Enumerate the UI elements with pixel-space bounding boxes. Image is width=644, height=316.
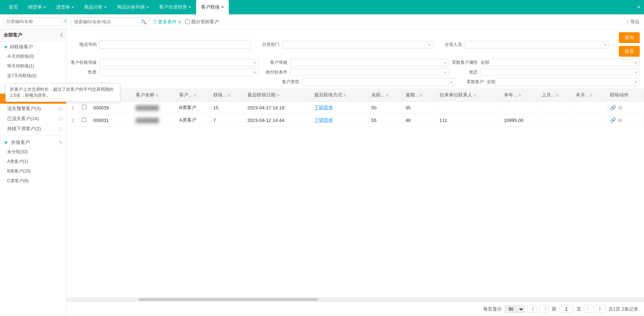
my-customers-checkbox[interactable]: 我分管的客户 <box>185 19 219 25</box>
nav-item-analysis[interactable]: 商品分析 × <box>79 0 112 14</box>
manager-dots[interactable]: ··· <box>609 42 616 47</box>
th-action: 联络动作 <box>607 89 644 102</box>
link-icon-2[interactable]: 🔗 <box>610 117 616 123</box>
row-1-checkbox[interactable] <box>82 105 87 109</box>
th-uncontacted: 未联... ⇅ <box>369 89 403 102</box>
sidebar-item-tomorrow[interactable]: 明天待联络(1) <box>0 61 66 71</box>
last-page-button[interactable]: 》 <box>596 305 606 313</box>
retail-customer-field: 零散客户 全部 ∨ <box>458 78 640 86</box>
sidebar-item-churn-warning[interactable]: 流失预警客户(3) ⓘ <box>0 104 66 114</box>
retail-customer-select[interactable]: ∨ <box>495 78 640 86</box>
sidebar-item-a-class[interactable]: A类客户(1) <box>0 157 66 166</box>
sort-this-year-icon[interactable]: ⇅ <box>518 93 521 97</box>
my-customers-check[interactable] <box>185 19 190 24</box>
price-level-arrow-icon: ∨ <box>254 61 256 65</box>
nav-item-sales[interactable]: 销货单 × <box>23 0 51 14</box>
customer-level-select[interactable]: ∨ <box>290 59 449 66</box>
sort-contact-person-icon[interactable]: ⇅ <box>473 93 476 97</box>
manager-arrow-icon: ∨ <box>604 43 607 47</box>
sort-last-month-icon[interactable]: ⇅ <box>556 93 559 97</box>
settings-button[interactable]: 设置 <box>619 46 640 57</box>
payment-select[interactable]: ∨ <box>290 69 449 76</box>
sidebar-item-7days[interactable]: 近7天待联络(0) <box>0 71 66 81</box>
sidebar-search-icon[interactable]: 🔍 <box>64 19 66 24</box>
nav-item-analysis-list[interactable]: 商品分析列表 × <box>112 0 154 14</box>
sort-uncontacted-icon[interactable]: ⇅ <box>386 93 389 97</box>
customer-level-field: 客户等级 ∨ <box>261 59 449 66</box>
nav-item-home[interactable]: 首页 <box>4 0 23 14</box>
table-header-row: ⚙ 客户编码 ⇅ 客户名称 <box>66 89 644 102</box>
row-level-1: B类客户 <box>177 102 211 114</box>
sidebar-item-declining[interactable]: 持续下滑客户(2) ⓘ <box>0 124 66 134</box>
horizontal-scrollbar[interactable] <box>66 297 644 302</box>
top-nav: 首页 销货单 × 进货单 × 商品分析 × 商品分析列表 × 客户分层经营 × … <box>0 0 644 14</box>
page-number-input[interactable] <box>559 306 574 313</box>
dept-arrow-icon: ∨ <box>428 43 431 47</box>
info-icon-2: ⓘ <box>59 116 62 122</box>
value-edit-icon[interactable]: ✎ <box>59 140 62 145</box>
query-button[interactable]: 查询 <box>619 32 640 43</box>
sort-this-month-icon[interactable]: ⇅ <box>590 93 593 97</box>
th-this-month: 本月... ⇅ <box>573 89 607 102</box>
search-input[interactable] <box>74 19 141 24</box>
th-contact-person: 往来单位联系人 ⇅ <box>437 89 501 102</box>
next-page-button[interactable]: 〉 <box>584 305 593 313</box>
row-level-2: A类客户 <box>177 114 211 127</box>
more-filters-label: 更多条件 <box>158 19 177 25</box>
sidebar-item-today[interactable]: 今天待联络(0) <box>0 52 66 61</box>
all-customers-header[interactable]: 全部客户 《 <box>0 29 66 42</box>
pending-contact-group[interactable]: ▼ 待联络客户 <box>0 42 66 52</box>
prev-page-button[interactable]: 〈 <box>539 305 549 313</box>
sidebar-item-b-class[interactable]: B类客户(33) <box>0 166 66 176</box>
scrollbar-thumb[interactable] <box>138 298 318 301</box>
more-filters-button[interactable]: ▽ 更多条件 ∧ <box>153 19 181 25</box>
close-window-button[interactable]: × <box>637 4 640 10</box>
sort-contact-count-icon[interactable]: ⇅ <box>228 93 231 97</box>
sort-last-method-icon[interactable]: ⇅ <box>343 93 346 97</box>
row-contact-count-1: 15 <box>211 102 245 114</box>
sort-level-icon[interactable]: ⇅ <box>194 93 196 97</box>
grid-icon-2[interactable]: ⊞ <box>618 117 622 123</box>
first-page-button[interactable]: 《 <box>527 305 537 313</box>
price-level-select[interactable]: ∨ <box>99 59 259 66</box>
manager-field: 分管人员 ∨ ··· <box>436 41 616 48</box>
nav-item-customer-contact[interactable]: 客户联络 × <box>196 0 229 14</box>
sidebar-item-churned[interactable]: 已流失客户(24) ⓘ <box>0 114 66 124</box>
pagination-bar: 每页显示 50 20 100 《 〈 第 页 〉 》 共1页 2条记录 <box>66 302 644 316</box>
search-icon[interactable]: 🔍 <box>141 19 147 24</box>
nav-item-customer-tier[interactable]: 客户分层经营 × <box>154 0 196 14</box>
sidebar-item-ungrouped[interactable]: 未分组(32) <box>0 147 66 157</box>
all-customers-label: 全部客户 <box>4 32 22 38</box>
payment-arrow-icon: ∨ <box>444 70 446 74</box>
row-2-checkbox[interactable] <box>82 117 87 122</box>
row-2-method-link[interactable]: 下销货单 <box>314 117 333 123</box>
data-table-area: ⚙ 客户编码 ⇅ 客户名称 <box>66 89 644 297</box>
row-1-method-link[interactable]: 下销货单 <box>314 105 333 110</box>
sidebar-item-c-class[interactable]: C类客户(6) <box>0 176 66 186</box>
status-select[interactable]: ∨ <box>481 69 640 76</box>
sort-name-icon[interactable]: ⇅ <box>156 93 158 97</box>
grid-icon-1[interactable]: ⊞ <box>618 105 622 110</box>
sort-overdue-icon[interactable]: ⇅ <box>420 93 422 97</box>
info-icon-1: ⓘ <box>59 106 62 112</box>
customer-type-select[interactable]: ∨ <box>302 78 455 86</box>
export-button[interactable]: ↑ 导出 <box>627 19 640 25</box>
dept-select[interactable]: ∨ <box>282 41 434 48</box>
status-label: 状态 <box>452 69 481 75</box>
nature-select[interactable]: ∨ <box>99 69 259 76</box>
customer-type-label: 客户类型 <box>273 79 302 85</box>
declining-label: 持续下滑客户(2) <box>7 126 41 132</box>
retail-attr-select[interactable]: ∨ <box>489 59 640 66</box>
phone-input[interactable] <box>99 40 251 49</box>
manager-select[interactable]: ∨ <box>465 41 609 48</box>
collapse-icon: 《 <box>58 32 62 38</box>
th-name-label: 客户名称 <box>136 92 154 98</box>
sidebar-search-input[interactable] <box>4 17 62 26</box>
link-icon-1[interactable]: 🔗 <box>610 105 616 110</box>
per-page-select[interactable]: 50 20 100 <box>505 305 524 313</box>
value-customer-group[interactable]: ▼ 价值客户 ✎ <box>0 137 66 147</box>
row-last-date-1: 2023-04-17 14:19: <box>245 102 312 114</box>
th-level: 客户... ⇅ <box>177 89 211 102</box>
sort-last-date-icon[interactable]: ⇅ <box>277 93 279 97</box>
nav-item-purchase[interactable]: 进货单 × <box>51 0 79 14</box>
